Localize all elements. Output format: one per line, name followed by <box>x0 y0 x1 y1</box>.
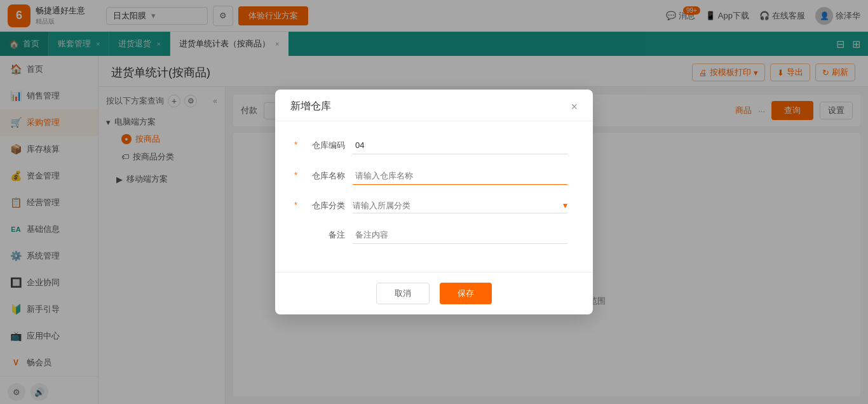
form-row-category: 仓库分类 ▾ <box>301 198 567 213</box>
cancel-button[interactable]: 取消 <box>376 283 430 304</box>
modal-close-button[interactable]: × <box>571 101 578 112</box>
save-button[interactable]: 保存 <box>440 283 492 304</box>
modal-footer: 取消 保存 <box>275 272 593 314</box>
category-chevron-icon: ▾ <box>563 200 567 210</box>
remark-input[interactable] <box>353 226 567 244</box>
modal-overlay: 新增仓库 × 仓库编码 仓库名称 仓库分类 ▾ <box>0 0 868 404</box>
form-row-name: 仓库名称 <box>301 167 567 185</box>
new-warehouse-modal: 新增仓库 × 仓库编码 仓库名称 仓库分类 ▾ <box>275 90 593 314</box>
name-label: 仓库名称 <box>301 170 345 182</box>
modal-title: 新增仓库 <box>290 100 331 113</box>
category-select-row[interactable]: ▾ <box>353 198 567 213</box>
name-input[interactable] <box>353 167 567 185</box>
form-row-remark: 备注 <box>301 226 567 244</box>
modal-body: 仓库编码 仓库名称 仓库分类 ▾ 备注 <box>275 121 593 272</box>
category-input[interactable] <box>353 201 563 210</box>
code-label: 仓库编码 <box>301 140 345 151</box>
category-label: 仓库分类 <box>301 200 345 212</box>
code-input[interactable] <box>353 137 567 154</box>
form-row-code: 仓库编码 <box>301 137 567 154</box>
modal-header: 新增仓库 × <box>275 90 593 121</box>
remark-label: 备注 <box>301 229 345 241</box>
